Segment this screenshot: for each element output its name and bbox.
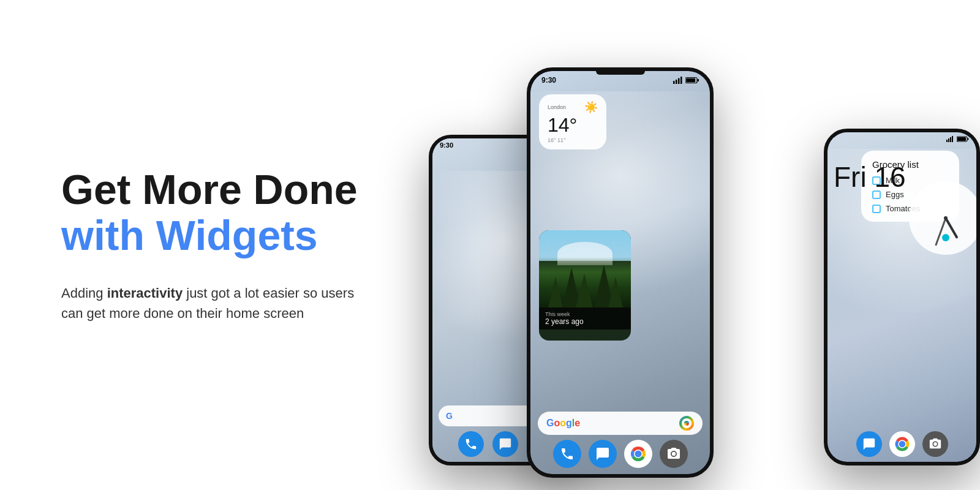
center-signal-icon bbox=[673, 77, 683, 84]
svg-point-20 bbox=[635, 451, 641, 458]
svg-point-30 bbox=[899, 441, 905, 447]
memory-ago: 2 years ago bbox=[545, 317, 625, 326]
center-battery-icon bbox=[685, 77, 699, 84]
center-dock-messages[interactable] bbox=[589, 440, 617, 468]
svg-rect-17 bbox=[698, 79, 699, 81]
center-notch bbox=[596, 71, 645, 75]
subtext: Adding interactivity just got a lot easi… bbox=[61, 283, 368, 323]
svg-rect-13 bbox=[678, 78, 680, 85]
center-dock-phone[interactable] bbox=[553, 440, 581, 468]
phones-section: 9:30 bbox=[417, 0, 980, 490]
svg-rect-21 bbox=[946, 140, 948, 142]
weather-widget[interactable]: London ☀️ 14° 16° 11° bbox=[539, 94, 606, 149]
svg-rect-12 bbox=[676, 80, 677, 84]
weather-temp: 14° bbox=[548, 115, 598, 135]
center-google-bar[interactable]: Google bbox=[538, 412, 703, 435]
clock-analog bbox=[909, 181, 976, 267]
memory-image bbox=[539, 230, 631, 307]
phone-right-screen: Grocery list Milk Eggs Tomatoes Fri 16 bbox=[827, 132, 976, 462]
weather-city: London bbox=[548, 104, 566, 110]
headline: Get More Done with Widgets bbox=[61, 167, 368, 258]
center-dock-chrome[interactable] bbox=[624, 440, 652, 468]
clock-widget: Fri 16 bbox=[834, 163, 906, 191]
phone-right: Grocery list Milk Eggs Tomatoes Fri 16 bbox=[824, 129, 980, 466]
center-dock bbox=[530, 440, 710, 468]
subtext-bold: interactivity bbox=[107, 285, 183, 301]
svg-rect-14 bbox=[680, 77, 682, 84]
headline-line1: Get More Done bbox=[61, 167, 368, 213]
right-dock-camera[interactable] bbox=[922, 431, 948, 457]
google-g-logo: G bbox=[446, 411, 453, 421]
right-dock-chrome[interactable] bbox=[889, 431, 915, 457]
headline-line2: with Widgets bbox=[61, 213, 368, 258]
center-dock-camera[interactable] bbox=[660, 440, 688, 468]
svg-rect-27 bbox=[968, 138, 969, 140]
weather-sun-icon: ☀️ bbox=[584, 100, 598, 114]
right-dock-messages[interactable] bbox=[856, 431, 882, 457]
clock-minute-hand bbox=[935, 217, 946, 246]
clock-center-dot bbox=[944, 216, 948, 220]
clock-circle bbox=[909, 181, 976, 255]
right-signal-icon bbox=[946, 136, 955, 142]
right-battery-icon bbox=[957, 136, 969, 142]
phone-left-time: 9:30 bbox=[440, 141, 453, 149]
weather-header: London ☀️ bbox=[548, 100, 598, 114]
right-status-icons bbox=[946, 136, 969, 142]
center-google-g: Google bbox=[546, 418, 580, 429]
phone-center: 9:30 L bbox=[527, 67, 714, 478]
teal-dot bbox=[942, 234, 949, 241]
svg-rect-23 bbox=[950, 137, 951, 142]
svg-rect-16 bbox=[686, 78, 695, 82]
phone-center-screen: 9:30 L bbox=[530, 71, 710, 474]
center-time: 9:30 bbox=[541, 76, 556, 85]
memory-widget[interactable]: This week 2 years ago bbox=[539, 230, 631, 341]
phone-right-status-bar bbox=[827, 132, 976, 146]
dock-phone-icon[interactable] bbox=[458, 431, 484, 457]
svg-rect-11 bbox=[673, 81, 675, 84]
svg-rect-24 bbox=[952, 136, 953, 142]
clock-date: Fri 16 bbox=[834, 163, 906, 191]
left-section: Get More Done with Widgets Adding intera… bbox=[0, 118, 417, 372]
svg-rect-26 bbox=[957, 137, 966, 141]
subtext-plain: Adding bbox=[61, 285, 107, 301]
weather-range: 16° 11° bbox=[548, 137, 598, 143]
assistant-icon[interactable] bbox=[679, 416, 694, 431]
memory-week: This week bbox=[545, 311, 625, 317]
svg-rect-22 bbox=[948, 138, 949, 142]
right-dock bbox=[827, 431, 976, 457]
tomatoes-checkbox[interactable] bbox=[872, 205, 881, 213]
dock-messages-icon[interactable] bbox=[492, 431, 518, 457]
center-status-icons bbox=[673, 77, 699, 84]
memory-label: This week 2 years ago bbox=[539, 307, 631, 330]
